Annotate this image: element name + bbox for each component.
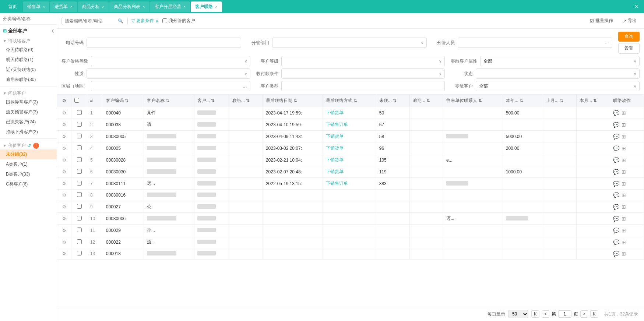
reset-button[interactable]: 设置	[618, 43, 640, 54]
search-input[interactable]	[65, 18, 116, 24]
row-settings[interactable]: ⚙	[57, 201, 71, 213]
sidebar-item-lost[interactable]: 已流失客户(24)	[0, 117, 57, 127]
export-button[interactable]: ↗ 导出	[620, 16, 640, 25]
tab-customer-contact[interactable]: 客户联络 ×	[191, 1, 222, 12]
sidebar-item-overdue[interactable]: 逾期未联络(30)	[0, 75, 57, 85]
payment-input[interactable]: ∨	[281, 68, 445, 79]
chat-icon[interactable]: 💬	[613, 204, 619, 210]
chat-icon[interactable]: 💬	[613, 192, 619, 198]
dept-input[interactable]: ∨	[272, 38, 427, 48]
sidebar-item-a[interactable]: A类客户(1)	[0, 159, 57, 169]
tab-sales[interactable]: 销售单 ×	[23, 1, 49, 12]
sidebar-item-b[interactable]: B类客户(33)	[0, 169, 57, 179]
row-checkbox[interactable]	[77, 192, 82, 197]
more-icon[interactable]: ⊞	[622, 169, 626, 175]
more-conditions-button[interactable]: ▽ 更多条件 ∧	[131, 18, 159, 24]
row-checkbox[interactable]	[77, 122, 82, 127]
tab-customer-tier[interactable]: 客户分层经营 ×	[150, 1, 190, 12]
row-settings[interactable]: ⚙	[57, 154, 71, 166]
sidebar-item-today[interactable]: 今天待联络(0)	[0, 45, 57, 55]
last-page-button[interactable]: K	[590, 310, 598, 318]
row-checkbox-cell[interactable]	[71, 213, 87, 225]
row-checkbox-cell[interactable]	[71, 248, 87, 260]
more-icon[interactable]: ⊞	[622, 122, 626, 128]
sidebar-collapse-button[interactable]: 《	[50, 28, 54, 34]
sidebar-search-input[interactable]	[3, 16, 57, 21]
chat-icon[interactable]: 💬	[613, 216, 619, 222]
row-settings[interactable]: ⚙	[57, 131, 71, 142]
tab-purchase[interactable]: 进货单 ×	[50, 1, 77, 12]
refresh-icon[interactable]: ↺	[27, 143, 31, 148]
chat-icon[interactable]: 💬	[613, 181, 619, 187]
row-checkbox[interactable]	[77, 181, 82, 186]
chat-icon[interactable]: 💬	[613, 122, 619, 128]
row-checkbox-cell[interactable]	[71, 190, 87, 201]
query-button[interactable]: 查询	[618, 32, 640, 42]
chat-icon[interactable]: 💬	[613, 145, 619, 151]
col-no-contact[interactable]: 未联... ⇅	[376, 95, 409, 107]
row-checkbox[interactable]	[77, 216, 82, 221]
next-page-button[interactable]: >	[580, 310, 588, 318]
tab-sales-close[interactable]: ×	[43, 4, 45, 9]
method-link[interactable]: 下销货单	[326, 169, 344, 174]
row-checkbox-cell[interactable]	[71, 166, 87, 178]
more-icon[interactable]: ⊞	[622, 134, 626, 140]
settings-col-header[interactable]: ⚙	[57, 95, 71, 107]
sidebar-item-abnormal[interactable]: 囤购异常客户(2)	[0, 97, 57, 107]
tab-customer-tier-close[interactable]: ×	[183, 4, 186, 9]
row-checkbox[interactable]	[77, 239, 82, 244]
status-input[interactable]: ∨	[476, 68, 640, 79]
more-icon[interactable]: ⊞	[622, 145, 626, 151]
more-icon[interactable]: ⊞	[622, 192, 626, 198]
row-settings[interactable]: ⚙	[57, 190, 71, 201]
retail-customer-input[interactable]: 全部 ∨	[476, 81, 640, 91]
my-customers-checkbox[interactable]: 我分管的客户	[162, 18, 195, 24]
chat-icon[interactable]: 💬	[613, 169, 619, 175]
tab-product-list-close[interactable]: ×	[142, 4, 145, 9]
row-checkbox[interactable]	[77, 145, 82, 150]
manager-input[interactable]: …	[458, 38, 612, 48]
phone-input[interactable]	[87, 38, 241, 48]
select-all-checkbox[interactable]	[74, 98, 79, 103]
row-settings[interactable]: ⚙	[57, 107, 71, 119]
chat-icon[interactable]: 💬	[613, 134, 619, 140]
sidebar-item-ungraded[interactable]: 未分组(32)	[0, 149, 57, 159]
more-icon[interactable]: ⊞	[622, 251, 626, 257]
more-icon[interactable]: ⊞	[622, 181, 626, 187]
row-settings[interactable]: ⚙	[57, 178, 71, 190]
col-type[interactable]: 客户... ⇅	[194, 95, 229, 107]
row-settings[interactable]: ⚙	[57, 213, 71, 225]
chat-icon[interactable]: 💬	[613, 157, 619, 163]
more-icon[interactable]: ⊞	[622, 227, 626, 233]
row-checkbox-cell[interactable]	[71, 119, 87, 131]
chat-icon[interactable]: 💬	[613, 251, 619, 257]
col-name[interactable]: 客户名称 ⇅	[144, 95, 194, 107]
search-box[interactable]: 🔍	[61, 17, 128, 25]
row-checkbox-cell[interactable]	[71, 107, 87, 119]
more-icon[interactable]: ⊞	[622, 239, 626, 245]
batch-ops-button[interactable]: ☑ 批量操作	[587, 16, 616, 25]
nav-close-button[interactable]: ×	[632, 3, 641, 10]
row-checkbox-cell[interactable]	[71, 236, 87, 248]
tab-product-analysis-close[interactable]: ×	[102, 4, 104, 9]
method-link[interactable]: 下销售订单	[326, 122, 348, 127]
chat-icon[interactable]: 💬	[613, 239, 619, 245]
col-code[interactable]: 客户编码 ⇅	[103, 95, 144, 107]
method-link[interactable]: 下销货单	[326, 145, 344, 151]
col-last-date[interactable]: 最后联络日期 ⇅	[263, 95, 323, 107]
row-checkbox-cell[interactable]	[71, 225, 87, 236]
chat-icon[interactable]: 💬	[613, 227, 619, 233]
row-checkbox[interactable]	[77, 169, 82, 174]
row-settings[interactable]: ⚙	[57, 248, 71, 260]
method-link[interactable]: 下销售订单	[326, 181, 348, 186]
row-checkbox-cell[interactable]	[71, 142, 87, 154]
col-overdue[interactable]: 逾期... ⇅	[409, 95, 443, 107]
customer-type-input[interactable]	[281, 81, 445, 91]
page-number-input[interactable]	[558, 310, 571, 318]
row-checkbox[interactable]	[77, 204, 82, 209]
row-checkbox[interactable]	[77, 227, 82, 232]
sidebar-item-hold[interactable]: 持续下滑客户(2)	[0, 127, 57, 137]
customer-level-input[interactable]: ∨	[281, 56, 445, 66]
sidebar-item-near7[interactable]: 近7天待联络(0)	[0, 65, 57, 75]
region-input[interactable]: …	[91, 81, 250, 91]
